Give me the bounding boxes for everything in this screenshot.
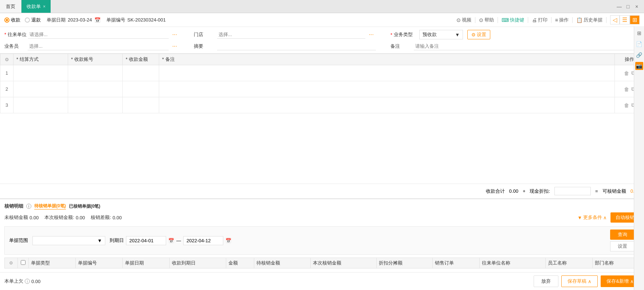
cell-account-2[interactable]	[68, 81, 123, 97]
note-input[interactable]	[414, 42, 640, 50]
current-amount: 本次核销金额: 0.00	[44, 214, 85, 221]
row-num-1: 1	[0, 65, 13, 81]
tab-home[interactable]: 首页	[0, 0, 21, 13]
col-discount: 折扣分摊额	[376, 258, 433, 269]
shortcuts-btn[interactable]: ⌨ 快捷键	[502, 17, 524, 23]
close-btn[interactable]: ×	[634, 4, 640, 9]
staff-input[interactable]	[28, 42, 169, 50]
store-input[interactable]	[217, 31, 365, 39]
col-due-date: 收款到期日	[170, 258, 226, 269]
minimize-btn[interactable]: —	[616, 4, 622, 9]
help-btn[interactable]: ⊙ 帮助	[479, 17, 494, 23]
abandon-button[interactable]: 放弃	[534, 275, 558, 287]
table-row: 2 🗑 ⧉	[0, 81, 644, 97]
doc-value: SK-20230324-001	[127, 17, 166, 23]
operations-btn[interactable]: ≡ 操作	[555, 17, 569, 23]
equals-sign: =	[595, 188, 598, 194]
radio-refund[interactable]: 退款	[25, 17, 41, 23]
prev-label: 本单上欠	[4, 278, 23, 285]
cell-amount-2[interactable]	[123, 81, 159, 97]
shortcuts-label: 快捷键	[510, 17, 524, 23]
unverified-amount: 未核销金额 0.00	[4, 214, 39, 221]
delete-icon-2[interactable]: 🗑	[624, 86, 629, 92]
operations-label: 操作	[559, 17, 569, 23]
cell-settle-3[interactable]	[13, 97, 68, 113]
calendar-from-icon[interactable]: 📅	[168, 238, 174, 243]
history-btn[interactable]: 📋 历史单据	[576, 17, 602, 23]
summary-input[interactable]	[217, 42, 376, 50]
filter-icon: ▼	[577, 215, 582, 220]
sidebar-link-icon[interactable]: 🔗	[635, 51, 643, 59]
staff-more-icon[interactable]: ···	[170, 43, 179, 50]
cell-account-1[interactable]	[68, 65, 123, 81]
range-select[interactable]: ▼	[32, 236, 105, 245]
cell-settle-2[interactable]	[13, 81, 68, 97]
plus-sign: +	[523, 188, 526, 194]
gear-icon: ⚙	[471, 32, 476, 38]
radio-dot-refund	[25, 17, 30, 23]
save-new-chevron-icon: ∧	[630, 279, 634, 284]
due-date-label: 到期日	[110, 237, 124, 244]
store-field: 门店 ···	[194, 31, 376, 39]
col-settings[interactable]: ⚙	[0, 54, 13, 65]
print-label: 打印	[538, 17, 547, 23]
sidebar-table-icon[interactable]: ⊞	[635, 29, 643, 37]
cell-amount-1[interactable]	[123, 65, 159, 81]
tab-close-icon[interactable]: ×	[43, 4, 46, 9]
date-value: 2023-03-24	[68, 17, 92, 23]
writeoff-section: 核销明细 i 待核销单据(0笔) 已核销单据(0笔) 未核销金额 0.00 本次…	[0, 199, 644, 272]
select-all-checkbox[interactable]	[21, 260, 25, 265]
print-btn[interactable]: 🖨 打印	[532, 17, 547, 23]
cell-amount-3[interactable]	[123, 97, 159, 113]
draft-chevron-icon: ∧	[588, 279, 592, 284]
list-view-btn[interactable]: ☰	[620, 15, 630, 24]
footer: 本单上欠 i 0.00 放弃 保存草稿 ∧ 保存&新增 ∧	[0, 272, 644, 290]
col-remarks: * 备注	[159, 54, 615, 65]
cell-account-3[interactable]	[68, 97, 123, 113]
cell-settle-1[interactable]	[13, 65, 68, 81]
range-settings-button[interactable]: 设置	[610, 241, 635, 251]
pending-link[interactable]: 待核销单据(0笔)	[34, 203, 66, 209]
cell-note-2[interactable]	[159, 81, 615, 97]
counterpart-more-icon[interactable]: ···	[170, 31, 179, 38]
col-amount: 金额	[226, 258, 254, 269]
cell-note-1[interactable]	[159, 65, 615, 81]
form-row-1: * 往来单位 ··· 门店 ··· * 业务类型 预收款 ▼	[4, 30, 640, 39]
calendar-icon[interactable]: 📅	[94, 17, 101, 23]
store-more-icon[interactable]: ···	[367, 31, 376, 38]
more-conditions-btn[interactable]: ▼ 更多条件 ∧	[577, 214, 607, 221]
bottom-col-settings[interactable]: ⚙	[5, 258, 18, 269]
history-label: 历史单据	[584, 17, 602, 23]
delete-icon-1[interactable]: 🗑	[624, 70, 629, 76]
grid-view-btn[interactable]: ⊞	[630, 15, 640, 24]
bottom-col-check[interactable]	[18, 258, 29, 269]
shortcuts-icon: ⌨	[502, 17, 509, 23]
discount-input[interactable]	[554, 187, 591, 195]
save-draft-button[interactable]: 保存草稿 ∧	[561, 275, 598, 287]
biz-type-dropdown[interactable]: 预收款 ▼	[419, 30, 463, 39]
sidebar-doc-icon[interactable]: 📄	[635, 40, 643, 48]
delete-icon-3[interactable]: 🗑	[624, 102, 629, 108]
prev-info-icon[interactable]: i	[25, 279, 30, 284]
done-link[interactable]: 已核销单据(0笔)	[69, 203, 101, 209]
cell-note-3[interactable]	[159, 97, 615, 113]
tab-current[interactable]: 收款单 ×	[21, 0, 51, 13]
main-area: 收款 退款 单据日期 2023-03-24 📅 单据编号 SK-20230324…	[0, 13, 644, 290]
sidebar-camera-icon[interactable]: 📷	[635, 62, 643, 70]
counterpart-input[interactable]	[28, 31, 169, 39]
divider1	[475, 17, 475, 23]
date-from-input[interactable]	[126, 236, 166, 245]
calendar-to-icon[interactable]: 📅	[225, 238, 231, 243]
range-right: 查询 设置	[610, 230, 635, 251]
radio-receipt[interactable]: 收款	[4, 17, 20, 23]
counterpart-label: * 往来单位	[4, 31, 27, 38]
maximize-btn[interactable]: □	[625, 4, 631, 9]
prev-btn[interactable]: ◁	[610, 15, 620, 24]
biz-type-value: 预收款	[423, 31, 437, 38]
settings-button[interactable]: ⚙ 设置	[467, 30, 490, 39]
video-btn[interactable]: ⊙ 视频	[456, 17, 471, 23]
query-button[interactable]: 查询	[610, 230, 635, 240]
info-icon[interactable]: i	[26, 204, 31, 209]
row-num-3: 3	[0, 97, 13, 113]
date-to-input[interactable]	[183, 236, 223, 245]
